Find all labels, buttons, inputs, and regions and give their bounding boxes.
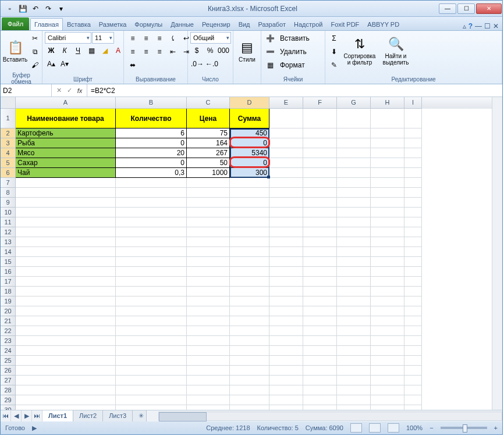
cell[interactable] (187, 395, 230, 405)
align-bot-icon[interactable]: ≡ (153, 32, 166, 45)
cell[interactable] (230, 287, 269, 296)
cell[interactable] (269, 227, 303, 237)
cell[interactable] (16, 188, 116, 198)
cell[interactable] (16, 316, 116, 326)
undo-icon[interactable]: ↶ (30, 3, 41, 15)
cell[interactable] (404, 237, 422, 247)
cell[interactable] (269, 405, 303, 410)
dec-decimal-icon[interactable]: ←.0 (205, 58, 219, 70)
cell[interactable] (116, 356, 187, 366)
merge-button[interactable]: ⬌ (126, 59, 139, 72)
align-right-icon[interactable]: ≡ (153, 45, 166, 58)
cell-price-3[interactable]: 50 (187, 158, 230, 168)
cell[interactable] (230, 296, 269, 306)
cell[interactable] (230, 326, 269, 336)
cell[interactable] (303, 326, 337, 336)
file-tab[interactable]: Файл (2, 17, 29, 30)
cell[interactable] (16, 336, 116, 346)
tab-home[interactable]: Главная (30, 18, 63, 30)
cell[interactable] (116, 385, 187, 395)
bold-button[interactable]: Ж (45, 44, 58, 57)
row-18[interactable]: 18 (1, 287, 16, 296)
cell[interactable] (303, 109, 337, 128)
cell[interactable] (116, 326, 187, 336)
cell[interactable] (230, 257, 269, 267)
row-27[interactable]: 27 (1, 376, 16, 385)
cell[interactable] (230, 356, 269, 366)
cell[interactable] (404, 366, 422, 376)
delete-cells-button[interactable]: Удалить (277, 45, 310, 58)
cell[interactable] (16, 326, 116, 336)
cell[interactable] (116, 178, 187, 188)
cell[interactable] (337, 109, 371, 128)
cell[interactable] (303, 366, 337, 376)
cell-qty-1[interactable]: 0 (116, 138, 187, 148)
cell[interactable] (371, 208, 404, 217)
cell[interactable] (187, 296, 230, 306)
percent-icon[interactable]: % (204, 44, 216, 57)
cut-icon[interactable]: ✂ (29, 32, 41, 45)
cell[interactable] (371, 198, 404, 208)
cell[interactable] (371, 366, 404, 376)
cell[interactable] (16, 267, 116, 277)
cell[interactable] (269, 168, 303, 178)
cell[interactable] (337, 306, 371, 316)
underline-button[interactable]: Ч (72, 44, 84, 57)
cell-name-4[interactable]: Чай (16, 168, 116, 178)
fill-color-button[interactable]: ◢ (98, 44, 111, 57)
grow-font-icon[interactable]: A▴ (45, 58, 58, 70)
cell-sum-0[interactable]: 450 (230, 128, 269, 138)
view-pagebreak-icon[interactable] (388, 423, 399, 433)
cell[interactable] (371, 346, 404, 356)
cell[interactable] (371, 188, 404, 198)
header-sum[interactable]: Сумма (230, 109, 269, 128)
cell[interactable] (371, 306, 404, 316)
cell[interactable] (269, 356, 303, 366)
cell[interactable] (269, 109, 303, 128)
col-E[interactable]: E (269, 97, 303, 109)
cell[interactable] (337, 385, 371, 395)
cell[interactable] (337, 237, 371, 247)
insert-cells-button[interactable]: Вставить (277, 32, 313, 45)
cell[interactable] (16, 198, 116, 208)
cell[interactable] (230, 376, 269, 385)
cell[interactable] (404, 148, 422, 158)
cell[interactable] (116, 306, 187, 316)
cell[interactable] (230, 385, 269, 395)
cell[interactable] (404, 158, 422, 168)
row-25[interactable]: 25 (1, 356, 16, 366)
cell[interactable] (371, 257, 404, 267)
cell[interactable] (269, 296, 303, 306)
row-21[interactable]: 21 (1, 316, 16, 326)
sheet-nav-prev[interactable]: ◀ (11, 410, 22, 421)
tab-view[interactable]: Вид (235, 18, 254, 30)
zoom-in-icon[interactable]: + (494, 424, 498, 431)
cell[interactable] (404, 385, 422, 395)
tab-review[interactable]: Рецензир (198, 18, 235, 30)
qat-dropdown-icon[interactable]: ▾ (55, 3, 67, 15)
cell[interactable] (337, 395, 371, 405)
cell-name-3[interactable]: Сахар (16, 158, 116, 168)
row-8[interactable]: 8 (1, 188, 16, 198)
currency-icon[interactable]: $ (190, 44, 203, 57)
copy-icon[interactable]: ⧉ (29, 45, 41, 58)
cell[interactable] (303, 237, 337, 247)
cell-sum-4[interactable]: 300 (230, 168, 269, 178)
cell[interactable] (269, 267, 303, 277)
cell[interactable] (269, 198, 303, 208)
cell[interactable] (116, 237, 187, 247)
cell[interactable] (371, 158, 404, 168)
cell[interactable] (371, 227, 404, 237)
font-name-combo[interactable]: Calibri (45, 32, 91, 44)
cell[interactable] (371, 356, 404, 366)
cell[interactable] (371, 296, 404, 306)
cell[interactable] (371, 237, 404, 247)
cell[interactable] (187, 267, 230, 277)
cell[interactable] (187, 217, 230, 227)
cell[interactable] (16, 178, 116, 188)
cell[interactable] (404, 356, 422, 366)
new-sheet-button[interactable]: ✳ (133, 410, 147, 421)
cell[interactable] (16, 247, 116, 257)
cell[interactable] (187, 178, 230, 188)
cell[interactable] (116, 267, 187, 277)
